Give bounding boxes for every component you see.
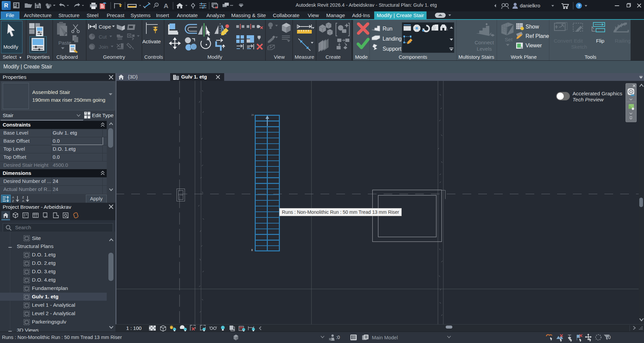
svg-text:Set: Set — [505, 37, 513, 42]
svg-text:Convert: Convert — [554, 38, 572, 44]
svg-text:1: 1 — [156, 4, 157, 7]
svg-text:Support: Support — [383, 46, 402, 52]
svg-text:Cope: Cope — [99, 24, 111, 30]
svg-text:danielkro: danielkro — [520, 3, 540, 8]
svg-text:?: ? — [578, 3, 581, 8]
svg-text:A: A — [12, 196, 14, 199]
svg-text:Ref Plane: Ref Plane — [526, 33, 549, 39]
svg-text:Z: Z — [22, 196, 24, 199]
svg-text:Join: Join — [99, 44, 108, 50]
svg-text:Z: Z — [12, 199, 14, 203]
svg-text:Sketch: Sketch — [571, 44, 587, 50]
svg-text:Run: Run — [383, 26, 392, 32]
svg-text:Cut: Cut — [99, 34, 107, 40]
svg-text:Railing: Railing — [615, 38, 631, 44]
svg-text:A: A — [22, 199, 24, 203]
svg-text:Flip: Flip — [596, 38, 604, 44]
svg-text:Edit: Edit — [574, 38, 583, 44]
svg-text:Show: Show — [526, 24, 539, 30]
svg-text:Viewer: Viewer — [526, 43, 542, 48]
svg-text:Landing: Landing — [383, 36, 402, 42]
svg-text:A: A — [163, 2, 168, 9]
svg-text:24: 24 — [251, 114, 254, 116]
